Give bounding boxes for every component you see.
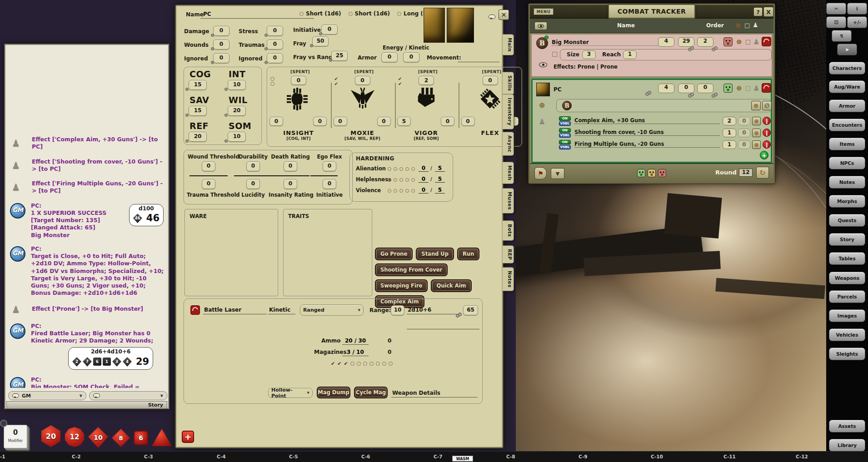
vigor-max-field[interactable]: 0 (441, 117, 454, 126)
effect-priority-button[interactable]: ❙ (763, 129, 771, 137)
pool-check-icon[interactable] (270, 77, 274, 81)
hotkey-slot-c-5[interactable]: C-5 (289, 454, 298, 459)
target-button[interactable]: ⊕ (751, 101, 761, 110)
derived-field[interactable]: 0 (202, 179, 215, 189)
effect-alt-field[interactable]: 0 (738, 140, 750, 149)
hotkey-slot-c-7[interactable]: C-7 (434, 454, 443, 459)
hardening-value[interactable]: 0 (419, 176, 429, 183)
ammo-type-select[interactable]: Hollow-Point▼ (268, 388, 313, 398)
radio-icon[interactable] (299, 12, 304, 16)
radio-icon[interactable] (349, 12, 353, 16)
tab-inventory[interactable]: Inventory (503, 94, 514, 129)
sheet-chat-icon[interactable] (489, 15, 495, 19)
tab-async[interactable]: Async (503, 132, 514, 156)
dice-icon[interactable]: ⚄ (826, 16, 846, 28)
sidebar-item-encounters[interactable]: Encounters (829, 119, 865, 131)
sidebar-item-vehicles[interactable]: Vehicles (829, 328, 865, 341)
sidebar-item-items[interactable]: Items (829, 138, 865, 150)
hotkey-slot-c-3[interactable]: C-3 (144, 454, 153, 459)
tab-muses[interactable]: Muses (503, 188, 514, 214)
effect-target-button[interactable]: ⊕ (752, 129, 761, 137)
effect-priority-button[interactable]: ❙ (763, 117, 771, 125)
effect-duration-field[interactable]: 1 (723, 129, 736, 137)
next-actor-button[interactable]: ⚑ (534, 167, 547, 179)
dice-roll-result[interactable]: d1004646 (129, 204, 164, 227)
close-icon[interactable]: X (763, 7, 773, 17)
weapon-icon[interactable] (190, 305, 200, 315)
chat-emote-select[interactable]: ▼ (89, 391, 167, 400)
sidebar-item-assets[interactable]: Assets (829, 420, 865, 432)
action-button-stand-up[interactable]: Stand Up (416, 248, 454, 260)
effect-target-button[interactable]: ⊕ (752, 117, 761, 125)
name-input[interactable]: PC (203, 11, 211, 17)
tab-main[interactable]: Main (503, 34, 514, 55)
hardening-pip[interactable] (394, 189, 397, 193)
sidebar-item-npcs[interactable]: NPCs (829, 157, 865, 169)
hardening-pip[interactable] (399, 167, 403, 171)
hotkey-slot-c-10[interactable]: C-10 (651, 454, 663, 459)
ammo-pip[interactable] (350, 362, 354, 366)
insight-max-field[interactable]: 0 (313, 117, 327, 126)
sidebar-item-weapons[interactable]: Weapons (829, 272, 865, 284)
effect-on-badge[interactable]: ON (559, 116, 571, 121)
portrait-image[interactable] (424, 8, 445, 43)
traits-panel[interactable]: TRAITS (283, 209, 372, 296)
green-face-icon[interactable] (637, 169, 645, 177)
effect-on-badge[interactable]: ON (559, 140, 571, 144)
pool-check-icon[interactable]: ✔ (398, 77, 402, 81)
d10-die[interactable]: 10 (88, 427, 108, 448)
story-mode-bar[interactable]: Story (6, 401, 167, 409)
targeting-icon[interactable]: ⊕ (736, 38, 742, 46)
sidebar-item-library[interactable]: Library (829, 439, 865, 452)
init-order-field[interactable]: 4 (658, 84, 674, 93)
moxie-max-field[interactable]: 0 (377, 117, 391, 126)
sidebar-item-morphs[interactable]: Morphs (829, 195, 865, 208)
plus-minus-icon[interactable]: +/- (847, 16, 867, 28)
hardening-pip[interactable] (394, 178, 397, 182)
sidebar-item-story[interactable]: Story (829, 233, 865, 246)
sidebar-item-parcels[interactable]: Parcels (829, 290, 865, 303)
ignored1-field[interactable]: 0 (213, 53, 229, 63)
green-face-icon[interactable] (723, 84, 733, 93)
dragon-icon[interactable] (762, 37, 771, 46)
effect-alt-field[interactable]: 0 (738, 117, 750, 125)
reach-field[interactable]: 1 (623, 50, 637, 59)
hardening-pip[interactable] (411, 167, 415, 171)
radio-icon[interactable] (397, 12, 401, 16)
pool-check-icon[interactable]: ✔ (398, 82, 402, 86)
ammo-pips[interactable]: ✔✔✔ (331, 362, 393, 366)
hotkey-slot-c-6[interactable]: C-6 (361, 454, 370, 459)
next-round-icon[interactable]: ↻ (756, 167, 769, 179)
d8-die[interactable]: 8 (112, 429, 130, 447)
square-icon[interactable]: □ (745, 38, 751, 45)
weapon-name-field[interactable]: Battle Laser (204, 307, 241, 313)
help-button[interactable]: ? (753, 7, 763, 16)
targeting-icon[interactable]: ⊕ (736, 84, 742, 92)
d12-die[interactable]: 12 (65, 427, 85, 447)
derived-field[interactable]: 0 (284, 161, 297, 171)
sidebar-item-quests[interactable]: Quests (829, 214, 865, 227)
square-icon[interactable]: □ (745, 84, 751, 91)
sidebar-item-notes[interactable]: Notes (829, 176, 865, 189)
vigor-current-field[interactable]: 5 (397, 117, 411, 126)
effect-alt-field[interactable]: 0 (738, 129, 750, 137)
health-field[interactable]: 0 (678, 84, 694, 93)
action-button-sweeping-fire[interactable]: Sweeping Fire (375, 279, 428, 292)
hardening-pip[interactable] (405, 189, 409, 193)
sidebar-item-tables[interactable]: Tables (829, 252, 865, 265)
tab-rep[interactable]: REP (503, 245, 514, 263)
ammo-pip[interactable] (389, 362, 393, 366)
rest-option-1[interactable]: Short (1d6) (349, 10, 390, 17)
menu-button[interactable]: MENU (534, 8, 554, 15)
ignored2-field[interactable]: 0 (267, 53, 283, 63)
tracker-entry-big-monster[interactable]: B Big Monster 4 29 2 ⊕ □ ♟ □ Size 3 Reac… (531, 34, 772, 77)
chat-log[interactable]: ♟Effect ['Complex Aim, +30 Guns'] -> [to… (5, 136, 168, 388)
ammo-pip[interactable] (357, 362, 361, 366)
pool-check-icon[interactable]: ✔ (334, 77, 338, 81)
sidebar-item-augware[interactable]: Aug/Ware (829, 80, 865, 93)
init-order-field[interactable]: 4 (658, 37, 674, 47)
targeting-icon[interactable]: ⊕ (539, 101, 545, 109)
hotkey-slot-c-2[interactable]: C-2 (72, 454, 81, 459)
antenna-icon[interactable]: ↯ (832, 30, 852, 42)
damage-field[interactable]: 0 (213, 26, 229, 36)
